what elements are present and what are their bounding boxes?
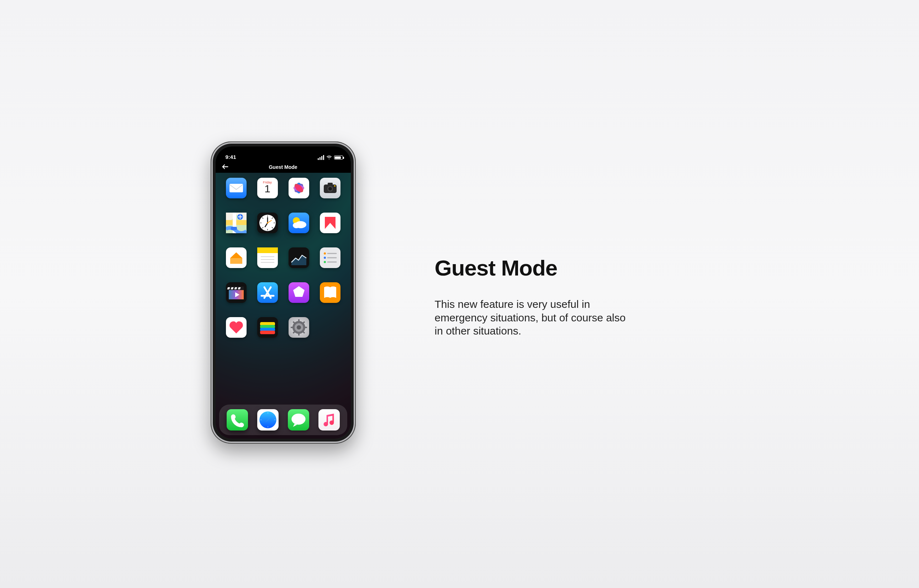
app-wallet[interactable] <box>257 317 278 338</box>
feature-text: Guest Mode This new feature is very usef… <box>435 255 634 338</box>
cellular-icon <box>318 155 324 160</box>
svg-rect-54 <box>260 331 275 334</box>
status-time: 9:41 <box>225 154 236 160</box>
app-photos[interactable] <box>289 178 309 199</box>
iphone-screen: 9:41 Guest Mode <box>216 147 351 439</box>
svg-point-71 <box>292 414 305 425</box>
app-clock[interactable] <box>257 213 278 233</box>
feature-description: This new feature is very useful in emerg… <box>435 297 634 338</box>
status-bar: 9:41 <box>216 147 351 162</box>
feature-heading: Guest Mode <box>435 255 634 281</box>
svg-point-57 <box>297 325 301 330</box>
svg-point-37 <box>324 257 326 259</box>
app-stocks[interactable] <box>289 247 309 268</box>
iphone-frame: 9:41 Guest Mode <box>211 142 356 444</box>
calendar-date: 1 <box>264 183 271 194</box>
svg-rect-0 <box>230 184 243 192</box>
svg-point-38 <box>324 261 326 263</box>
app-grid: Friday 1 <box>216 173 351 405</box>
svg-rect-14 <box>231 227 237 230</box>
svg-rect-58 <box>298 319 300 322</box>
app-music[interactable] <box>318 409 340 431</box>
guest-header-title: Guest Mode <box>269 164 297 170</box>
app-mail[interactable] <box>226 178 246 199</box>
app-appstore[interactable] <box>257 282 278 303</box>
guest-header: Guest Mode <box>216 162 351 173</box>
svg-rect-60 <box>291 327 293 328</box>
dock <box>219 405 347 435</box>
app-notes[interactable] <box>257 247 278 268</box>
battery-icon <box>334 155 343 160</box>
app-camera[interactable] <box>320 178 340 199</box>
app-safari[interactable] <box>257 409 279 431</box>
app-maps[interactable] <box>226 213 246 233</box>
app-messages[interactable] <box>288 409 309 431</box>
svg-point-31 <box>293 223 300 228</box>
svg-point-66 <box>259 411 276 428</box>
app-itunes[interactable] <box>289 282 309 303</box>
app-health[interactable] <box>226 317 246 338</box>
app-reminders[interactable] <box>320 247 340 268</box>
svg-point-28 <box>267 222 268 224</box>
app-books[interactable] <box>320 282 340 303</box>
app-news[interactable] <box>320 213 340 233</box>
svg-rect-61 <box>304 327 307 328</box>
svg-point-13 <box>334 185 336 187</box>
svg-point-36 <box>324 252 326 255</box>
svg-rect-10 <box>328 183 333 186</box>
app-weather[interactable] <box>289 213 309 233</box>
back-icon[interactable] <box>221 163 229 172</box>
app-clips[interactable] <box>226 282 246 303</box>
app-settings[interactable] <box>289 317 309 338</box>
svg-point-12 <box>328 187 332 191</box>
app-calendar[interactable]: Friday 1 <box>257 178 278 199</box>
svg-rect-32 <box>257 247 278 253</box>
app-phone[interactable] <box>227 409 248 431</box>
wifi-icon <box>326 155 332 160</box>
svg-rect-59 <box>298 333 300 336</box>
app-home[interactable] <box>226 247 246 268</box>
